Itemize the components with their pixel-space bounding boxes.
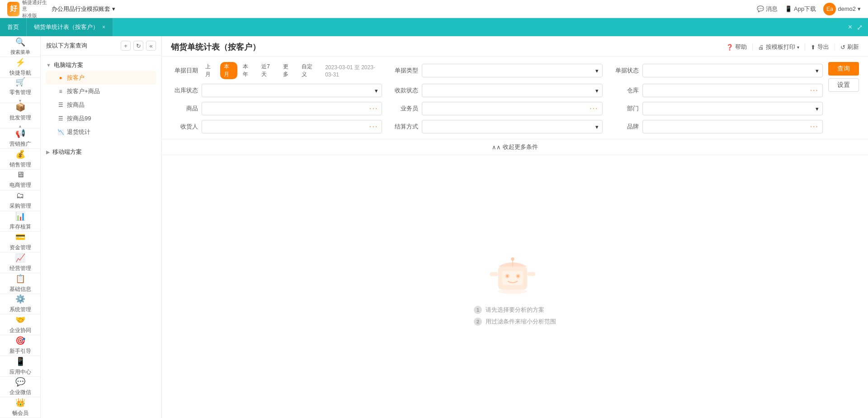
tab-sales-stats[interactable]: 销货单统计表（按客户） × xyxy=(27,18,113,36)
tab-close-icon[interactable]: × xyxy=(102,24,105,30)
scheme-item-by-goods-99[interactable]: ☰ 按商品99 xyxy=(46,112,156,125)
date-tab-this-month[interactable]: 本月 xyxy=(220,62,237,79)
collapse-scheme-button[interactable]: « xyxy=(146,41,156,51)
date-tab-last-month[interactable]: 上月 xyxy=(202,62,218,79)
bill-type-label: 单据类型 xyxy=(391,66,418,75)
user-menu[interactable]: Ea demo2 ▾ xyxy=(823,3,861,15)
sidebar-item-enterprise[interactable]: 🤝 企业协同 xyxy=(0,314,40,335)
add-scheme-button[interactable]: + xyxy=(121,41,131,51)
breadcrumb[interactable]: 办公用品行业模拟账套 ▾ xyxy=(52,5,115,13)
brand-select[interactable]: ··· xyxy=(642,120,823,133)
tip-1-num: 1 xyxy=(474,306,482,314)
query-button[interactable]: 查询 xyxy=(828,62,859,76)
tabs-bar: 首页 销货单统计表（按客户） × × ⤢ xyxy=(0,18,868,36)
sidebar-item-appstore[interactable]: 📱 应用中心 xyxy=(0,356,40,377)
settlement-select[interactable]: ▾ xyxy=(422,120,602,133)
scheme-panel-header: 按以下方案查询 + ↻ « xyxy=(41,36,161,56)
settlement-filter: 结算方式 ▾ xyxy=(391,120,602,133)
divider xyxy=(805,43,805,51)
warehouse-label: 仓库 xyxy=(612,86,639,95)
tab-home[interactable]: 首页 xyxy=(0,18,27,36)
date-tab-this-year[interactable]: 本年 xyxy=(239,62,256,79)
bar-chart-icon: 📉 xyxy=(57,128,64,136)
page-title: 销货单统计表（按客户） xyxy=(171,42,260,52)
scheme-item-return-stats[interactable]: 📉 退货统计 xyxy=(46,125,156,139)
export-button[interactable]: ⬆ 导出 xyxy=(811,43,829,51)
date-tab-custom[interactable]: 自定义 xyxy=(298,62,320,79)
staff-select[interactable]: ··· xyxy=(422,102,602,115)
desktop-section-title[interactable]: ▼ 电脑端方案 xyxy=(46,59,156,71)
scheme-item-by-customer[interactable]: ● 按客户 xyxy=(46,71,156,85)
sidebar-item-wechat[interactable]: 💬 企业微信 xyxy=(0,377,40,398)
warehouse-select[interactable]: ··· xyxy=(642,84,823,97)
sidebar-item-search[interactable]: 🔍 搜索菜单 xyxy=(0,36,40,57)
refresh-button[interactable]: ↺ 刷新 xyxy=(840,43,859,51)
header-left: 好 畅捷通好生意 标准版 办公用品行业模拟账套 ▾ xyxy=(7,0,115,19)
outbound-select[interactable]: ▾ xyxy=(202,84,382,97)
date-range-text: 2023-03-01 至 2023-03-31 xyxy=(325,64,382,78)
minimize-button[interactable]: × xyxy=(848,23,852,31)
chart-icon: ≡ xyxy=(57,88,64,95)
sidebar-item-ecom[interactable]: 🖥 电商管理 xyxy=(0,170,40,190)
sidebar-item-sales[interactable]: 💰 销售管理 xyxy=(0,149,40,170)
maximize-button[interactable]: ⤢ xyxy=(857,23,863,32)
header-right: 💬 消息 📱 App下载 Ea demo2 ▾ xyxy=(757,3,861,15)
goods-select[interactable]: ··· xyxy=(202,102,382,115)
svg-point-5 xyxy=(517,275,519,277)
sidebar-item-marketing[interactable]: 📢 营销推广 xyxy=(0,128,40,149)
receiver-select[interactable]: ··· xyxy=(202,120,382,133)
chevron-right-icon: ▶ xyxy=(46,149,50,155)
empty-tips: 1 请先选择要分析的方案 2 用过滤条件来缩小分析范围 xyxy=(474,306,556,326)
tabs-actions: × ⤢ xyxy=(843,18,868,36)
wechat-icon: 💬 xyxy=(15,377,25,387)
date-tab-more[interactable]: 更多 xyxy=(279,62,296,79)
filter-area: 单据日期 上月 本月 本年 近7天 更多 自定义 xyxy=(162,57,868,139)
message-icon: 💬 xyxy=(757,5,764,12)
dept-select[interactable]: ▾ xyxy=(642,102,823,115)
collapse-bar[interactable]: ∧∧ 收起更多条件 xyxy=(162,139,868,155)
scheme-panel: 按以下方案查询 + ↻ « ▼ 电脑端方案 ● 按客户 ≡ xyxy=(41,36,162,418)
message-button[interactable]: 💬 消息 xyxy=(757,5,778,13)
sidebar-item-inventory[interactable]: 📊 库存核算 xyxy=(0,211,40,232)
date-tab-7days[interactable]: 近7天 xyxy=(258,62,277,79)
bill-type-select[interactable]: ▾ xyxy=(422,64,602,77)
chevron-down-icon: ▾ xyxy=(816,67,819,74)
logo-area: 好 畅捷通好生意 标准版 xyxy=(7,0,48,19)
sidebar-item-finance[interactable]: 💳 资金管理 xyxy=(0,232,40,252)
sidebar-item-purchase[interactable]: 🗂 采购管理 xyxy=(0,190,40,211)
main-layout: 🔍 搜索菜单 ⚡ 快捷导航 🛒 零售管理 ▾ 📦 批发管理 ▴ 📢 营销推广 💰… xyxy=(0,36,868,418)
help-button[interactable]: ❓ 帮助 xyxy=(726,43,747,51)
refresh-icon: ↺ xyxy=(840,44,845,51)
setting-button[interactable]: 设置 xyxy=(828,78,859,92)
sidebar-item-ops[interactable]: 📈 经营管理 xyxy=(0,252,40,273)
sidebar-item-wholesale[interactable]: 📦 批发管理 ▴ xyxy=(0,103,40,128)
scheme-item-by-goods[interactable]: ☰ 按商品 xyxy=(46,98,156,112)
scheme-item-by-customer-goods[interactable]: ≡ 按客户+商品 xyxy=(46,85,156,98)
sales-icon: 💰 xyxy=(15,149,25,159)
settlement-label: 结算方式 xyxy=(391,123,418,131)
sidebar-item-newbie[interactable]: 🎯 新手引导 xyxy=(0,335,40,356)
mobile-section-title[interactable]: ▶ 移动端方案 xyxy=(46,146,156,158)
expand-icon: ▴ xyxy=(19,124,21,128)
customer-icon: ● xyxy=(57,74,64,81)
purchase-icon: 🗂 xyxy=(16,191,24,200)
sidebar-item-member[interactable]: 👑 畅会员 xyxy=(0,397,40,418)
sidebar-item-base[interactable]: 📋 基础信息 xyxy=(0,273,40,294)
retail-icon: 🛒 xyxy=(15,77,25,87)
ops-icon: 📈 xyxy=(15,253,25,263)
content-area: 按以下方案查询 + ↻ « ▼ 电脑端方案 ● 按客户 ≡ xyxy=(41,36,868,418)
bill-status-select[interactable]: ▾ xyxy=(642,64,823,77)
chevron-down-icon: ▾ xyxy=(595,67,599,74)
empty-illustration xyxy=(488,248,542,302)
sidebar-item-system[interactable]: ⚙️ 系统管理 xyxy=(0,294,40,315)
dots-icon: ··· xyxy=(810,86,819,95)
desktop-scheme-section: ▼ 电脑端方案 ● 按客户 ≡ 按客户+商品 ☰ 按商品 ☰ 按商品99 xyxy=(41,56,161,142)
sidebar-item-quick-nav[interactable]: ⚡ 快捷导航 xyxy=(0,57,40,78)
goods-label: 商品 xyxy=(171,104,198,113)
app-download-button[interactable]: 📱 App下载 xyxy=(785,5,816,13)
payment-select[interactable]: ▾ xyxy=(422,84,602,97)
template-print-button[interactable]: 🖨 按模板打印 ▾ xyxy=(758,43,799,51)
print-icon: 🖨 xyxy=(758,44,764,51)
refresh-scheme-button[interactable]: ↻ xyxy=(133,41,143,51)
sidebar-item-retail[interactable]: 🛒 零售管理 ▾ xyxy=(0,78,40,103)
